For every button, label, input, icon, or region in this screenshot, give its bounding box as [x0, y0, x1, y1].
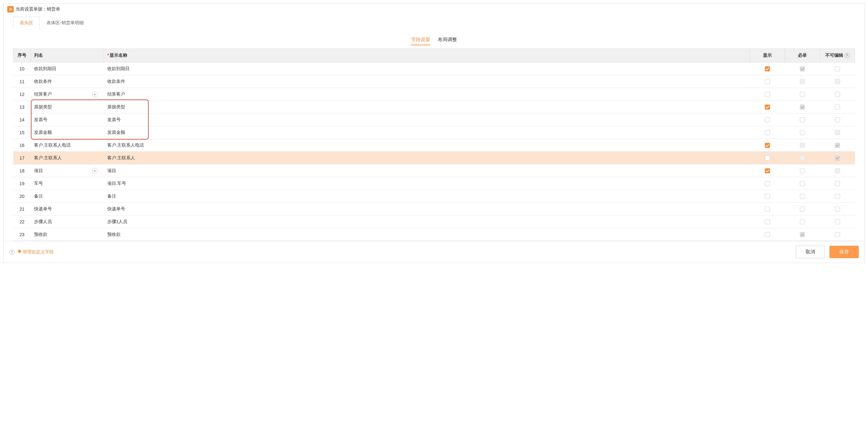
cell-display[interactable]: 结算客户 — [104, 88, 750, 101]
cell-name: 备注 — [31, 190, 104, 203]
cell-display[interactable]: 收款到期日 — [104, 62, 750, 75]
save-button[interactable]: 保存 — [830, 246, 859, 258]
cell-seq: 17 — [13, 152, 31, 165]
cell-display[interactable]: 项目.车号 — [104, 177, 750, 190]
ro-checkbox[interactable] — [835, 206, 840, 211]
ro-checkbox[interactable] — [835, 66, 840, 72]
show-checkbox[interactable] — [765, 117, 770, 122]
req-checkbox[interactable] — [800, 117, 805, 122]
ro-checkbox — [835, 155, 840, 161]
cell-seq: 22 — [13, 216, 31, 228]
ro-checkbox — [835, 130, 840, 135]
cell-display[interactable]: 客户.主联系人电话 — [104, 139, 750, 152]
table-row[interactable]: 17客户.主联系人客户.主联系人 — [13, 152, 855, 165]
cell-display[interactable]: 客户.主联系人 — [104, 152, 750, 165]
tab-header-area[interactable]: 表头区 — [13, 17, 40, 29]
table-row[interactable]: 20备注备注 — [13, 190, 855, 203]
table-row[interactable]: 22步骤人员步骤1人员 — [13, 216, 855, 228]
show-checkbox[interactable] — [765, 232, 770, 237]
cell-display[interactable]: 发票金额 — [104, 126, 750, 139]
show-checkbox[interactable] — [765, 92, 770, 97]
cell-ro — [820, 203, 855, 216]
subtab-field-settings[interactable]: 字段设置 — [411, 35, 430, 45]
cell-display[interactable]: 快递单号 — [104, 203, 750, 216]
cell-display[interactable]: 步骤1人员 — [104, 216, 750, 228]
cell-display[interactable]: 预收款 — [104, 228, 750, 241]
cell-seq: 18 — [13, 165, 31, 177]
table-row[interactable]: 21快递单号快递单号 — [13, 203, 855, 216]
cell-req — [785, 62, 820, 75]
cell-seq: 11 — [13, 75, 31, 88]
cancel-button[interactable]: 取消 — [796, 246, 825, 258]
plus-icon[interactable]: + — [92, 168, 98, 174]
table-row[interactable]: 23预收款预收款 — [13, 228, 855, 241]
ro-checkbox[interactable] — [835, 105, 840, 110]
cell-show — [750, 165, 785, 177]
table-row[interactable]: 13票据类型票据类型 — [13, 101, 855, 113]
table-row[interactable]: 18项目+项目 — [13, 165, 855, 177]
req-checkbox — [800, 79, 805, 84]
cell-seq: 13 — [13, 101, 31, 113]
ro-checkbox[interactable] — [835, 117, 840, 122]
cell-req — [785, 165, 820, 177]
req-checkbox[interactable] — [800, 130, 805, 135]
cell-display[interactable]: 票据类型 — [104, 101, 750, 113]
cell-display[interactable]: 发票号 — [104, 113, 750, 126]
ro-checkbox[interactable] — [835, 219, 840, 224]
table-row[interactable]: 14发票号发票号 — [13, 113, 855, 126]
req-checkbox[interactable] — [800, 92, 805, 97]
table-row[interactable]: 16客户.主联系人电话客户.主联系人电话 — [13, 139, 855, 152]
req-checkbox[interactable] — [800, 181, 805, 186]
table-row[interactable]: 11收款条件收款条件 — [13, 75, 855, 88]
subtab-layout-adjust[interactable]: 布局调整 — [438, 35, 457, 45]
table-row[interactable]: 19车号项目.车号 — [13, 177, 855, 190]
cell-name: 收款条件 — [31, 75, 104, 88]
panel-header: 当前设置单据：销货单 — [3, 3, 865, 15]
cell-ro — [820, 113, 855, 126]
cell-display[interactable]: 项目 — [104, 165, 750, 177]
show-checkbox[interactable] — [765, 168, 770, 173]
manage-custom-fields-link[interactable]: 管理自定义字段 — [17, 249, 54, 255]
cell-ro — [820, 75, 855, 88]
show-checkbox[interactable] — [765, 181, 770, 186]
show-checkbox[interactable] — [765, 194, 770, 199]
cell-display[interactable]: 备注 — [104, 190, 750, 203]
cell-ro — [820, 165, 855, 177]
show-checkbox[interactable] — [765, 79, 770, 84]
show-checkbox[interactable] — [765, 130, 770, 135]
expand-icon[interactable] — [7, 6, 14, 12]
cell-name: 客户.主联系人电话 — [31, 139, 104, 152]
tab-body-area[interactable]: 表体区-销货单明细 — [40, 17, 90, 29]
help-icon[interactable]: ? — [844, 53, 849, 58]
cell-req — [785, 203, 820, 216]
ro-checkbox[interactable] — [835, 181, 840, 186]
ro-checkbox[interactable] — [835, 92, 840, 97]
req-checkbox — [800, 105, 805, 110]
show-checkbox[interactable] — [765, 206, 770, 211]
show-checkbox[interactable] — [765, 155, 770, 161]
cell-ro — [820, 190, 855, 203]
ro-checkbox[interactable] — [835, 232, 840, 237]
ro-checkbox[interactable] — [835, 194, 840, 199]
req-checkbox — [800, 155, 805, 161]
show-checkbox[interactable] — [765, 105, 770, 110]
footer-help-icon[interactable]: ? — [9, 250, 14, 255]
cell-display[interactable]: 收款条件 — [104, 75, 750, 88]
show-checkbox[interactable] — [765, 143, 770, 148]
req-checkbox[interactable] — [800, 194, 805, 199]
req-checkbox[interactable] — [800, 219, 805, 224]
ro-checkbox — [835, 168, 840, 173]
show-checkbox[interactable] — [765, 66, 770, 72]
show-checkbox[interactable] — [765, 219, 770, 224]
cell-name: 步骤人员 — [31, 216, 104, 228]
cell-req — [785, 216, 820, 228]
table-row[interactable]: 10收款到期日收款到期日 — [13, 62, 855, 75]
req-checkbox[interactable] — [800, 206, 805, 211]
table-row[interactable]: 12结算客户+结算客户 — [13, 88, 855, 101]
cell-show — [750, 203, 785, 216]
table-row[interactable]: 15发票金额发票金额 — [13, 126, 855, 139]
cell-seq: 23 — [13, 228, 31, 241]
cell-name: 项目+ — [31, 165, 104, 177]
req-checkbox[interactable] — [800, 168, 805, 173]
plus-icon[interactable]: + — [92, 91, 98, 97]
